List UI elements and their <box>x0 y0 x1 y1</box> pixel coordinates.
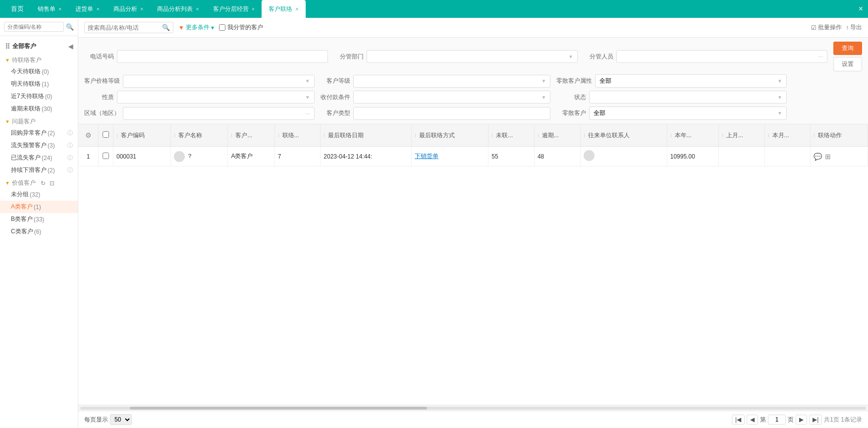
dept-label: 分管部门 <box>334 53 364 61</box>
td-contact-count: 7 <box>274 147 321 166</box>
nature-input[interactable]: ▼ <box>117 91 315 104</box>
close-sales-tab-icon[interactable]: × <box>58 6 61 12</box>
th-cust-level: ⁝ 客户... <box>228 124 274 147</box>
sidebar-item-ungrouped[interactable]: 未分组 (32) <box>0 188 78 201</box>
collapse-icon[interactable]: ◀ <box>68 43 73 50</box>
status-input[interactable]: ▼ <box>589 91 787 104</box>
close-customer-seg-tab-icon[interactable]: × <box>252 6 255 12</box>
settings-button[interactable]: 设置 <box>833 57 862 71</box>
sort-this-year[interactable]: ⁝ 本年... <box>670 131 692 140</box>
nav-tab-customer-seg[interactable]: 客户分层经营 × <box>206 0 262 18</box>
my-customers-checkbox-wrap[interactable]: 我分管的客户 <box>219 23 263 32</box>
th-last-method: ⁝ 最后联络方式 <box>411 124 488 147</box>
sort-unit-contact[interactable]: ⁝ 往来单位联系人 <box>584 131 630 140</box>
sidebar-item-churned[interactable]: 已流失客户 (24) ⓘ <box>0 152 78 164</box>
gear-icon[interactable]: ⚙ <box>81 128 95 142</box>
sidebar-item-tomorrow[interactable]: 明天待联络 (1) <box>0 78 78 90</box>
main-search-input[interactable] <box>88 24 162 31</box>
nav-home[interactable]: 首页 <box>4 0 31 18</box>
sort-last-month[interactable]: ⁝ 上月... <box>722 131 743 140</box>
horizontal-scrollbar[interactable] <box>78 405 868 411</box>
sidebar-all-customers[interactable]: ⠿ 全部客户 ◀ <box>0 39 78 54</box>
sidebar-content: ⠿ 全部客户 ◀ ▼ 待联络客户 今天待联络 (0) 明天待联络 (1) 近7天… <box>0 36 78 428</box>
nav-tab-analysis[interactable]: 商品分析 × <box>107 0 150 18</box>
first-page-btn[interactable]: |◀ <box>732 415 745 425</box>
filter-phone: 电话号码 <box>84 50 328 63</box>
sidebar-search-input[interactable] <box>4 22 64 32</box>
sort-overdue[interactable]: ⁝ 逾期... <box>538 131 559 140</box>
sidebar-section-value[interactable]: ▼ 价值客户 ↻ ⊡ <box>0 176 78 188</box>
region-input[interactable]: ··· <box>123 107 315 120</box>
sort-cust-level[interactable]: ⁝ 客户... <box>231 131 252 140</box>
my-customers-checkbox[interactable] <box>219 24 225 31</box>
nav-tab-purchase[interactable]: 进货单 × <box>68 0 106 18</box>
triangle-icon: ▼ <box>5 57 10 63</box>
sort-name[interactable]: ⁝ 客户名称 <box>174 131 202 140</box>
close-analysis-list-tab-icon[interactable]: × <box>196 6 199 12</box>
nav-tab-analysis-list[interactable]: 商品分析列表 × <box>150 0 206 18</box>
cust-type-input[interactable] <box>353 107 551 120</box>
row-checkbox[interactable] <box>103 153 109 159</box>
retail-attr-input[interactable]: 全部 ▼ <box>595 74 787 88</box>
window-close-icon[interactable]: × <box>859 4 863 13</box>
chevron-down-icon: ▾ <box>211 24 214 31</box>
page-size-select[interactable]: 50 <box>110 414 132 425</box>
phone-input[interactable] <box>117 50 328 63</box>
close-customer-contact-tab-icon[interactable]: × <box>295 6 298 12</box>
sort-contact-count[interactable]: ⁝ 联络... <box>278 131 299 140</box>
person-input[interactable]: ··· <box>616 50 827 63</box>
page-number-input[interactable] <box>768 415 786 425</box>
scrollbar-track[interactable] <box>80 407 866 410</box>
scrollbar-thumb[interactable] <box>130 407 427 410</box>
export-btn[interactable]: ↑ 导出 <box>846 23 862 32</box>
th-checkbox <box>99 124 113 147</box>
sidebar-item-repurchase[interactable]: 回购异常客户 (2) ⓘ <box>0 127 78 139</box>
sidebar-item-churn-warning[interactable]: 流失预警客户 (3) ⓘ <box>0 139 78 152</box>
filter-dept: 分管部门 ▼ <box>334 50 578 63</box>
sidebar-item-b-class[interactable]: B类客户 (33) <box>0 213 78 225</box>
more-conditions-btn[interactable]: ▼ 更多条件 ▾ <box>178 23 214 32</box>
retail-cust-input[interactable]: 全部 ▼ <box>589 107 787 120</box>
last-method-link[interactable]: 下销货单 <box>415 153 438 160</box>
sort-this-month[interactable]: ⁝ 本月... <box>768 131 789 140</box>
prev-page-btn[interactable]: ◀ <box>747 415 758 425</box>
col-dots-icon-12: ⁝ <box>768 133 769 138</box>
sidebar-item-today[interactable]: 今天待联络 (0) <box>0 65 78 78</box>
sidebar-search-icon[interactable]: 🔍 <box>66 23 74 31</box>
sidebar-item-a-class[interactable]: A类客户 (1) <box>0 201 78 213</box>
select-all-checkbox[interactable] <box>103 131 109 138</box>
close-analysis-tab-icon[interactable]: × <box>140 6 143 12</box>
main-search-icon[interactable]: 🔍 <box>162 24 170 31</box>
name-cell-wrap: ？ <box>174 151 225 162</box>
nav-tab-customer-contact[interactable]: 客户联络 × <box>262 0 305 18</box>
refresh-icon[interactable]: ↻ <box>41 180 46 187</box>
cust-level-input[interactable]: ▼ <box>353 75 551 88</box>
dept-input[interactable]: ▼ <box>367 50 578 63</box>
query-button[interactable]: 查询 <box>833 42 862 55</box>
sidebar-item-7days[interactable]: 近7天待联络 (0) <box>0 90 78 103</box>
th-code: ⁝ 客户编码 <box>113 124 171 147</box>
price-level-input[interactable]: ▼ <box>123 75 315 88</box>
th-last-date: ⁝ 最后联络日期 <box>321 124 412 147</box>
chat-icon[interactable]: 💬 <box>814 153 822 160</box>
payment-input[interactable]: ▼ <box>353 91 551 104</box>
sort-code[interactable]: ⁝ 客户编码 <box>116 131 145 140</box>
sort-not-contacted[interactable]: ⁝ 未联... <box>491 131 513 140</box>
batch-ops-btn[interactable]: ☑ 批量操作 <box>811 23 842 32</box>
add-group-icon[interactable]: ⊡ <box>50 180 54 187</box>
sidebar-item-declining[interactable]: 持续下滑客户 (2) ⓘ <box>0 164 78 176</box>
next-page-btn[interactable]: ▶ <box>796 415 807 425</box>
export-icon: ↑ <box>846 24 849 31</box>
table-footer: 每页显示 50 |◀ ◀ 第 页 ▶ ▶| 共1页 1条记录 <box>78 411 868 428</box>
grid-action-icon[interactable]: ⊞ <box>825 153 831 160</box>
sidebar-item-overdue[interactable]: 逾期未联络 (30) <box>0 103 78 115</box>
close-purchase-tab-icon[interactable]: × <box>96 6 99 12</box>
adv-filter-row-4: 区域（地区） ··· 客户类型 零散客户 全部 ▼ <box>84 107 862 120</box>
last-page-btn[interactable]: ▶| <box>809 415 822 425</box>
td-this-year: 10995.00 <box>667 147 718 166</box>
nav-tab-sales[interactable]: 销售单 × <box>31 0 68 18</box>
sort-last-method[interactable]: ⁝ 最后联络方式 <box>415 131 455 140</box>
page-size-wrap: 每页显示 50 <box>84 414 132 425</box>
sort-last-date[interactable]: ⁝ 最后联络日期 <box>324 131 364 140</box>
sidebar-item-c-class[interactable]: C类客户 (6) <box>0 225 78 238</box>
